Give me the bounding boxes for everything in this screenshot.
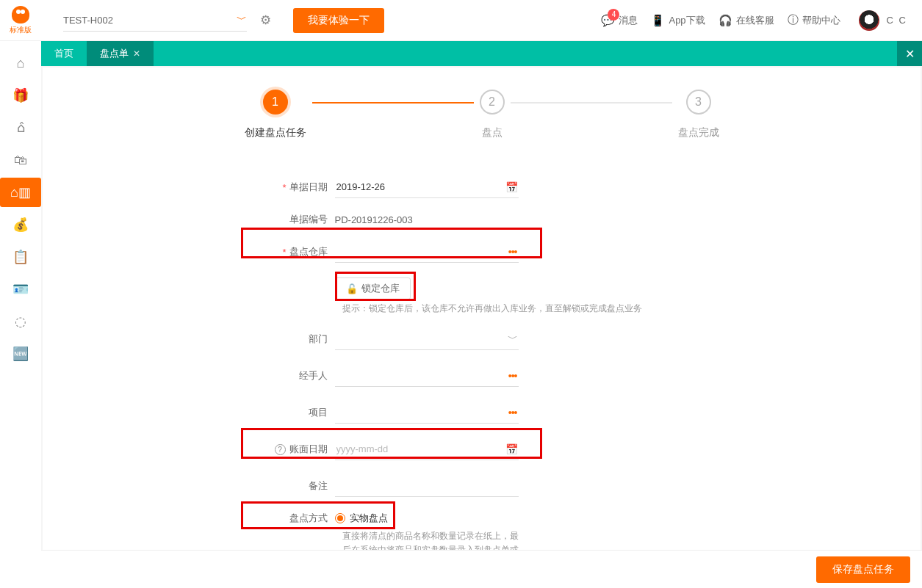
sidebar-new-icon[interactable]: 🆕 <box>0 339 41 369</box>
warehouse-label: *盘点仓库 <box>247 245 335 258</box>
calendar-icon[interactable]: 📅 <box>505 443 517 455</box>
form: *单据日期 📅 单据编号 PD-20191226-003 *盘点仓库 ••• <box>43 176 921 585</box>
tab-bar: 首页 盘点单 ✕ ✕ <box>41 41 922 66</box>
more-icon[interactable]: ••• <box>508 246 517 258</box>
close-icon[interactable]: ✕ <box>133 48 140 59</box>
handler-field[interactable] <box>336 370 508 381</box>
remark-label: 备注 <box>247 479 335 493</box>
department-label: 部门 <box>247 333 335 346</box>
step-line-1 <box>312 102 474 104</box>
step-circle-2: 2 <box>480 90 505 115</box>
handler-input[interactable]: ••• <box>335 365 519 387</box>
sidebar-gift-icon[interactable]: 🎁 <box>0 81 41 110</box>
doc-no-label: 单据编号 <box>247 213 335 226</box>
step-label-1: 创建盘点任务 <box>245 126 306 139</box>
top-header: 标准版 TEST-H002 ﹀ ⚙ 我要体验一下 💬 消息 4 📱 App下载 … <box>0 0 922 41</box>
doc-no-value: PD-20191226-003 <box>335 214 519 225</box>
avatar[interactable] <box>859 10 879 31</box>
message-badge: 4 <box>608 9 619 21</box>
department-field[interactable] <box>336 333 508 344</box>
sidebar-warehouse-icon[interactable]: ⌂▥ <box>0 178 41 207</box>
doc-no-row: 单据编号 PD-20191226-003 <box>247 213 717 226</box>
handler-label: 经手人 <box>247 369 335 382</box>
message-link[interactable]: 💬 消息 4 <box>601 14 638 27</box>
step-label-3: 盘点完成 <box>678 126 719 139</box>
book-date-input[interactable]: 📅 <box>335 438 519 460</box>
lock-hint: 提示：锁定仓库后，该仓库不允许再做出入库业务，直至解锁或完成盘点业务 <box>342 302 717 315</box>
handler-row: 经手人 ••• <box>247 365 717 387</box>
radio-icon <box>335 513 345 523</box>
step-1: 1 创建盘点任务 <box>245 90 306 139</box>
lock-button-label: 锁定仓库 <box>361 282 400 295</box>
logo-icon <box>12 6 29 23</box>
help-center-label: 帮助中心 <box>802 14 840 27</box>
sidebar-sync-icon[interactable]: ◌ <box>0 307 41 336</box>
step-3: 3 盘点完成 <box>678 90 719 139</box>
trial-button[interactable]: 我要体验一下 <box>293 8 384 33</box>
footer: 保存盘点任务 <box>41 550 922 588</box>
sidebar-home-icon[interactable]: ⌂ <box>0 48 41 78</box>
sidebar-money-icon[interactable]: 💰 <box>0 210 41 239</box>
method-row: 盘点方式 实物盘点 <box>247 512 717 525</box>
project-label: 项目 <box>247 406 335 419</box>
doc-date-input[interactable]: 📅 <box>335 176 519 198</box>
method-radio[interactable]: 实物盘点 <box>335 512 388 525</box>
tab-home-label: 首页 <box>54 47 73 60</box>
remark-row: 备注 <box>247 475 717 497</box>
more-icon[interactable]: ••• <box>508 407 517 418</box>
warehouse-row: *盘点仓库 ••• <box>247 241 717 263</box>
step-label-2: 盘点 <box>482 126 503 139</box>
content-inner: 1 创建盘点任务 2 盘点 3 盘点完成 *单据日期 📅 <box>43 68 921 587</box>
help-center-link[interactable]: ⓘ 帮助中心 <box>788 13 840 27</box>
department-row: 部门 ﹀ <box>247 328 717 350</box>
warehouse-field[interactable] <box>336 246 508 257</box>
info-icon[interactable]: ? <box>275 444 286 455</box>
book-date-row: ?账面日期 📅 <box>247 438 717 460</box>
sidebar-house-icon[interactable]: ⌂̂ <box>0 113 41 142</box>
more-icon[interactable]: ••• <box>508 370 517 382</box>
remark-field[interactable] <box>336 480 517 491</box>
sidebar: ⌂ 🎁 ⌂̂ 🛍 ⌂▥ 💰 📋 🪪 ◌ 🆕 <box>0 41 41 588</box>
store-selector[interactable]: TEST-H002 ﹀ <box>63 10 247 32</box>
chevron-down-icon[interactable]: ﹀ <box>508 333 517 346</box>
book-date-label: ?账面日期 <box>247 443 335 456</box>
step-line-2 <box>511 102 672 104</box>
chevron-down-icon: ﹀ <box>237 13 247 26</box>
lock-warehouse-button[interactable]: 🔓 锁定仓库 <box>335 277 411 300</box>
doc-date-label: *单据日期 <box>247 181 335 194</box>
calendar-icon[interactable]: 📅 <box>505 181 517 193</box>
doc-date-row: *单据日期 📅 <box>247 176 717 198</box>
tab-inventory-label: 盘点单 <box>100 47 129 60</box>
steps: 1 创建盘点任务 2 盘点 3 盘点完成 <box>43 90 921 139</box>
project-field[interactable] <box>336 407 508 418</box>
content: 1 创建盘点任务 2 盘点 3 盘点完成 *单据日期 📅 <box>41 66 922 588</box>
lock-row: 🔓 锁定仓库 <box>247 277 717 300</box>
online-service-link[interactable]: 🎧 在线客服 <box>718 14 774 27</box>
logo-label: 标准版 <box>10 25 32 35</box>
headset-icon: 🎧 <box>718 14 732 27</box>
sidebar-contact-icon[interactable]: 🪪 <box>0 275 41 304</box>
tab-inventory[interactable]: 盘点单 ✕ <box>87 41 154 66</box>
method-option-label: 实物盘点 <box>350 512 388 525</box>
sidebar-clipboard-icon[interactable]: 📋 <box>0 242 41 272</box>
sidebar-bag-icon[interactable]: 🛍 <box>0 145 41 175</box>
settings-icon[interactable]: ⚙ <box>260 12 271 28</box>
department-input[interactable]: ﹀ <box>335 328 519 350</box>
step-circle-3: 3 <box>686 90 711 115</box>
message-label: 消息 <box>619 14 638 27</box>
tab-home[interactable]: 首页 <box>41 41 87 66</box>
doc-date-field[interactable] <box>336 181 505 192</box>
project-input[interactable]: ••• <box>335 402 519 424</box>
app-download-link[interactable]: 📱 App下载 <box>651 14 705 27</box>
save-button[interactable]: 保存盘点任务 <box>816 556 910 583</box>
store-value: TEST-H002 <box>63 15 113 26</box>
remark-input[interactable] <box>335 475 519 497</box>
warehouse-input[interactable]: ••• <box>335 241 519 263</box>
username: C C <box>887 15 907 26</box>
app-download-label: App下载 <box>669 14 705 27</box>
tab-close-all-icon[interactable]: ✕ <box>897 41 922 66</box>
step-circle-1: 1 <box>263 90 288 115</box>
book-date-field[interactable] <box>336 443 505 454</box>
logo[interactable]: 标准版 <box>0 6 41 35</box>
method-label: 盘点方式 <box>247 512 335 525</box>
